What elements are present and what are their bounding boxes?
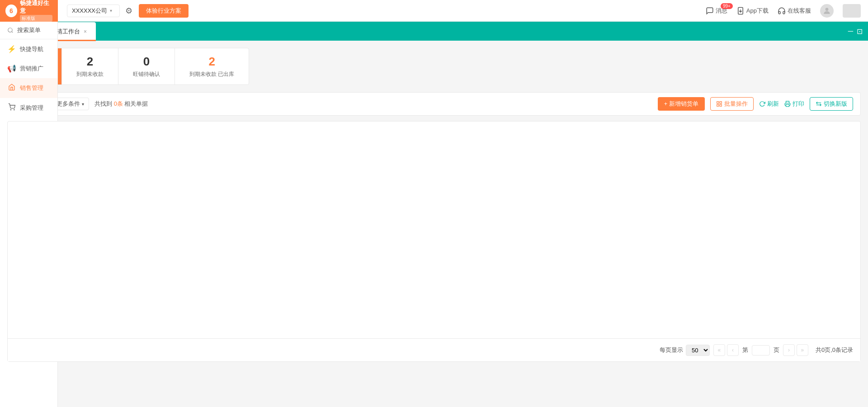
stat-pending-number: 0 [133, 55, 160, 69]
online-service-btn[interactable]: 在线客服 [778, 7, 811, 15]
header-right: 消息 99+ App下载 在线客服 [706, 4, 861, 18]
page-num-prefix: 第 [742, 346, 748, 354]
quick-nav-icon: ⚡ [7, 45, 16, 53]
tab-close-btn[interactable]: × [84, 28, 87, 35]
page-wrapper: 2 全部单据 2 到期未收款 0 旺铺待确认 2 到期未收款 已出库 [0, 41, 868, 407]
sidebar-item-purchase[interactable]: 采购管理 [0, 98, 57, 118]
headset-icon [778, 7, 786, 15]
pagination: 每页显示 50 « ‹ 第 1 页 › » 共0页,0条记录 [8, 338, 860, 361]
top-header: 6 畅捷通好生意 标准版 XXXXXX公司 ▾ ⚙ 体验行业方案 消息 99+ [0, 0, 868, 22]
toolbar-right: + 新增销货单 批量操作 刷新 [658, 97, 853, 111]
stat-card-pending[interactable]: 0 旺铺待确认 [118, 48, 175, 84]
sidebar-item-sales[interactable]: 销售管理 [0, 78, 57, 98]
table-area: 每页显示 50 « ‹ 第 1 页 › » 共0页,0条记录 [7, 121, 861, 362]
svg-rect-17 [717, 102, 719, 103]
maximize-btn[interactable]: ⊡ [857, 27, 863, 36]
filter-dropdown-icon: ▾ [82, 102, 84, 107]
batch-btn[interactable]: 批量操作 [710, 97, 754, 111]
page-nav: « ‹ 第 1 页 › » [713, 344, 808, 356]
stat-overdue-number: 2 [76, 55, 104, 69]
svg-rect-19 [720, 104, 722, 106]
settings-icon[interactable]: ⚙ [125, 6, 132, 16]
company-selector[interactable]: XXXXXX公司 ▾ [67, 5, 120, 17]
batch-icon [716, 101, 722, 107]
user-avatar-icon [822, 6, 831, 15]
table-body [8, 122, 860, 338]
page-first-btn[interactable]: « [713, 344, 725, 356]
page-size-select[interactable]: 50 [686, 345, 710, 356]
username-display [843, 4, 861, 18]
messages-btn[interactable]: 消息 99+ [706, 7, 727, 15]
page-num-suffix: 页 [774, 346, 779, 354]
trial-button[interactable]: 体验行业方案 [139, 4, 189, 18]
sidebar-item-label: 销售管理 [20, 84, 43, 92]
marketing-icon: 📢 [7, 64, 16, 73]
sidebar-item-label: 快捷导航 [20, 45, 43, 53]
page-next-btn[interactable]: › [783, 344, 795, 356]
download-icon [736, 7, 745, 15]
add-sale-btn[interactable]: + 新增销货单 [658, 97, 705, 111]
logo-icon: 6 [5, 5, 17, 17]
sidebar-item-label: 采购管理 [20, 104, 43, 112]
switch-version-btn[interactable]: 切换新版 [810, 97, 853, 111]
page-prev-btn[interactable]: ‹ [727, 344, 739, 356]
purchase-icon [7, 103, 16, 112]
stat-overdue-label: 到期未收款 [76, 70, 104, 78]
sidebar-item-label: 营销推广 [20, 65, 43, 73]
svg-point-2 [826, 8, 829, 11]
body-area: 搜索菜单 ⚡ 快捷导航 📢 营销推广 销售管理 [0, 41, 868, 407]
found-count: 0条 [114, 100, 123, 107]
switch-icon [816, 101, 822, 107]
sales-icon [7, 84, 16, 93]
message-icon [706, 7, 714, 15]
page-last-btn[interactable]: » [797, 344, 808, 356]
stat-card-not-shipped[interactable]: 2 到期未收款 已出库 [175, 48, 249, 84]
svg-rect-18 [720, 102, 722, 103]
dropdown-arrow-icon: ▾ [110, 8, 112, 13]
print-icon [784, 101, 791, 107]
stat-not-shipped-number: 2 [189, 55, 234, 69]
print-btn[interactable]: 打印 [784, 100, 804, 108]
page-size-label: 每页显示 [660, 346, 683, 354]
refresh-btn[interactable]: 刷新 [759, 100, 779, 108]
stat-card-overdue[interactable]: 2 到期未收款 [62, 48, 118, 84]
nav-tabs: 首页 钱货日清工作台 × ─ ⊡ [0, 22, 868, 41]
stat-pending-label: 旺铺待确认 [133, 70, 160, 78]
svg-rect-21 [786, 104, 789, 107]
stat-not-shipped-label: 到期未收款 已出库 [189, 70, 234, 78]
nav-actions: ─ ⊡ [848, 27, 868, 36]
toolbar: 全选 更多条件 ▾ 共找到 0条 相关单据 + 新增销货单 [7, 92, 861, 116]
logo-area: 6 畅捷通好生意 标准版 [0, 0, 58, 22]
page-total: 共0页,0条记录 [816, 346, 853, 354]
refresh-icon [759, 101, 765, 107]
svg-point-5 [10, 109, 11, 110]
app-download-btn[interactable]: App下载 [736, 7, 769, 15]
found-text: 共找到 0条 相关单据 [94, 100, 148, 108]
page-number-input[interactable]: 1 [752, 345, 770, 356]
logo-text: 畅捷通好生意 标准版 [20, 0, 52, 22]
sidebar-item-marketing[interactable]: 📢 营销推广 [0, 59, 57, 78]
avatar[interactable] [820, 4, 834, 18]
svg-rect-20 [717, 104, 719, 106]
svg-point-6 [14, 109, 14, 110]
sidebar-item-quick-nav[interactable]: ⚡ 快捷导航 [0, 41, 57, 59]
minimize-btn[interactable]: ─ [848, 27, 853, 35]
